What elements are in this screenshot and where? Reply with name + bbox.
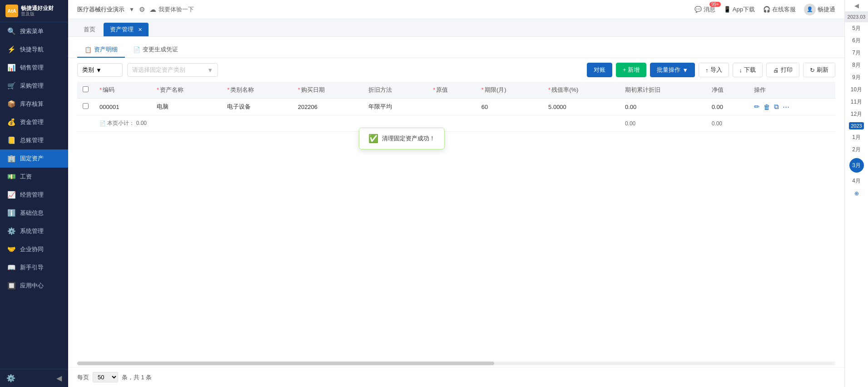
- cal-month-12[interactable]: 12月: [845, 108, 868, 120]
- category-filter[interactable]: 类别 ▼: [77, 63, 123, 77]
- cal-month-6[interactable]: 6月: [845, 35, 868, 47]
- sidebar-item-enterprise[interactable]: 🤝 企业协同: [0, 240, 68, 258]
- company-dropdown-icon[interactable]: ▼: [129, 6, 134, 13]
- cal-month-3-current[interactable]: 3月: [849, 158, 864, 173]
- print-button[interactable]: 🖨 打印: [766, 63, 799, 77]
- tab-asset-management[interactable]: 资产管理 ✕: [104, 23, 149, 36]
- sidebar-item-guide[interactable]: 📖 新手引导: [0, 258, 68, 277]
- horizontal-scrollbar[interactable]: [77, 362, 835, 365]
- batch-dropdown-icon: ▼: [682, 67, 688, 74]
- topbar-left: 医疗器械行业演示 ▼ ⚙ ☁ 我要体验一下: [77, 5, 194, 14]
- refresh-button[interactable]: ↻ 刷新: [803, 63, 835, 77]
- copy-icon[interactable]: ⧉: [774, 103, 779, 111]
- import-button[interactable]: ↑ 导入: [699, 63, 729, 77]
- sidebar-item-basic-info[interactable]: ℹ️ 基础信息: [0, 204, 68, 222]
- sidebar-item-purchase[interactable]: 🛒 采购管理: [0, 77, 68, 95]
- inventory-icon: 📦: [7, 100, 15, 108]
- download-button[interactable]: ↓ 下载: [733, 63, 763, 77]
- sidebar-item-label: 采购管理: [20, 82, 44, 90]
- subtotal-dep: 0.00: [620, 115, 706, 132]
- header-depreciation: 折旧方法: [363, 82, 427, 99]
- sidebar-item-funds[interactable]: 💰 资金管理: [0, 113, 68, 131]
- sidebar-item-inventory[interactable]: 📦 库存核算: [0, 95, 68, 113]
- more-icon[interactable]: ⋯: [783, 103, 789, 111]
- subtotal-empty: [77, 115, 94, 132]
- sidebar-item-system[interactable]: ⚙️ 系统管理: [0, 222, 68, 240]
- print-icon: 🖨: [773, 67, 779, 74]
- duizhang-button[interactable]: 对账: [587, 63, 612, 77]
- calendar-toggle-btn[interactable]: ◀: [845, 0, 868, 11]
- cell-depreciation: 年限平均: [363, 99, 427, 115]
- subtab-change-voucher[interactable]: 📄 变更生成凭证: [126, 42, 185, 58]
- sidebar-item-search[interactable]: 🔍 搜索菜单: [0, 22, 68, 40]
- sidebar-item-app-center[interactable]: 🔲 应用中心: [0, 277, 68, 295]
- sidebar-item-label: 快捷导航: [20, 45, 44, 54]
- ledger-icon: 📒: [7, 136, 15, 144]
- guide-icon: 📖: [7, 263, 15, 272]
- table-wrap: *编码 *资产名称 *类别名称 *购买日期 折旧方法 *原值 *期限(月) *残…: [68, 82, 844, 362]
- subtotal-action-empty: [749, 115, 835, 132]
- sidebar-item-label: 企业协同: [20, 245, 44, 253]
- user-area[interactable]: 👤 畅捷通: [804, 4, 835, 15]
- per-page-select[interactable]: 50 100: [93, 372, 118, 382]
- row-checkbox[interactable]: [83, 103, 89, 109]
- cell-purchase-date: 202206: [293, 99, 363, 115]
- header-actions: 操作: [749, 82, 835, 99]
- sidebar-item-quick-nav[interactable]: ⚡ 快捷导航: [0, 40, 68, 59]
- settings-icon[interactable]: ⚙️: [6, 374, 15, 382]
- pagination-total: 条，共 1 条: [122, 373, 152, 382]
- sidebar-item-operations[interactable]: 📈 经营管理: [0, 186, 68, 204]
- message-btn[interactable]: 💬 消息 99+: [694, 5, 715, 14]
- batch-button[interactable]: 批量操作 ▼: [650, 63, 695, 77]
- header-name: *资产名称: [151, 82, 222, 99]
- toolbar-right: 对账 + 新增 批量操作 ▼ ↑ 导入 ↓ 下载 🖨: [587, 63, 835, 77]
- delete-icon[interactable]: 🗑: [764, 103, 770, 111]
- subtab-detail-label: 资产明细: [94, 45, 118, 54]
- cal-month-10[interactable]: 10月: [845, 84, 868, 96]
- cal-expand-icon[interactable]: ⊕: [854, 190, 859, 197]
- cal-month-5[interactable]: 5月: [845, 22, 868, 35]
- tab-home[interactable]: 首页: [77, 23, 102, 36]
- sidebar-scroll: 🔍 搜索菜单 ⚡ 快捷导航 📊 销售管理 🛒 采购管理 📦 库存核算 💰 资金管…: [0, 22, 68, 369]
- fixed-assets-icon: 🏢: [7, 154, 15, 163]
- edit-icon[interactable]: ✏: [754, 103, 760, 111]
- cal-month-9[interactable]: 9月: [845, 71, 868, 84]
- cal-month-8[interactable]: 8月: [845, 59, 868, 71]
- cal-month-7[interactable]: 7月: [845, 47, 868, 59]
- select-all-checkbox[interactable]: [83, 86, 89, 92]
- scrollbar-thumb: [77, 362, 494, 365]
- experience-label: 我要体验一下: [159, 5, 194, 14]
- sidebar-item-ledger[interactable]: 📒 总账管理: [0, 131, 68, 149]
- gear-icon[interactable]: ⚙: [139, 5, 145, 14]
- online-service-btn[interactable]: 🎧 在线客服: [763, 5, 796, 14]
- funds-icon: 💰: [7, 118, 15, 126]
- subtab-asset-detail[interactable]: 📋 资产明细: [77, 42, 125, 58]
- toolbar: 类别 ▼ 请选择固定资产类别 ▼ 对账 + 新增 批量操作 ▼: [68, 58, 844, 82]
- download-btn-icon: ↓: [739, 67, 743, 74]
- cal-month-1[interactable]: 1月: [845, 131, 868, 144]
- tab-close-icon[interactable]: ✕: [138, 27, 142, 32]
- avatar: 👤: [804, 4, 816, 15]
- duizhang-label: 对账: [594, 66, 605, 74]
- cal-month-2[interactable]: 2月: [845, 144, 868, 156]
- experience-btn[interactable]: ☁ 我要体验一下: [149, 5, 194, 14]
- sidebar-item-payroll[interactable]: 💵 工资: [0, 168, 68, 186]
- collapse-icon[interactable]: ◀: [56, 374, 62, 382]
- app-download-btn[interactable]: 📱 App下载: [724, 5, 755, 14]
- action-buttons: ✏ 🗑 ⧉ ⋯: [754, 103, 830, 111]
- new-label: + 新增: [623, 66, 640, 74]
- filter-label: 类别: [82, 66, 94, 74]
- row-checkbox-cell: [77, 99, 94, 115]
- sidebar-item-label: 系统管理: [20, 227, 44, 235]
- sidebar-item-fixed-assets[interactable]: 🏢 固定资产: [0, 149, 68, 168]
- refresh-icon: ↻: [810, 67, 815, 74]
- sidebar-item-sales[interactable]: 📊 销售管理: [0, 59, 68, 77]
- calendar-header: 2023.03: [845, 11, 868, 22]
- header-period: *期限(月): [476, 82, 543, 99]
- new-button[interactable]: + 新增: [616, 63, 646, 77]
- cal-month-4[interactable]: 4月: [845, 175, 868, 187]
- cal-month-11[interactable]: 11月: [845, 96, 868, 108]
- category-input[interactable]: 请选择固定资产类别 ▼: [127, 63, 218, 77]
- logo-text: 畅捷通好业财 普及版: [21, 5, 54, 17]
- app-download-label: App下载: [733, 5, 755, 14]
